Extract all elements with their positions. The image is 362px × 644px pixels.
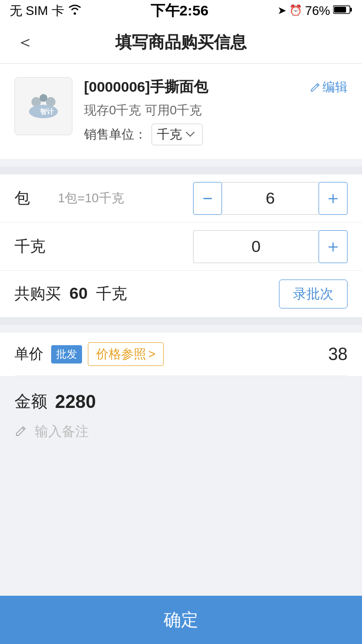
note-placeholder: 输入备注 <box>35 422 89 441</box>
price-label: 单价 <box>14 344 43 364</box>
svg-rect-2 <box>350 8 352 12</box>
kg-plus-button[interactable]: ＋ <box>319 230 348 263</box>
page-title: 填写商品购买信息 <box>115 31 247 54</box>
input-section: 包 1包=10千克 − ＋ 千克 ＋ <box>0 174 362 271</box>
battery-icon <box>333 4 352 17</box>
product-unit-row: 销售单位： 千克 <box>84 124 348 145</box>
amount-row: 金额 2280 <box>14 391 348 413</box>
total-row: 共购买 60 千克 录批次 <box>0 271 362 317</box>
product-card: 智计 [0000006]手撕面包 编辑 现存0千克 可用0千克 销售单位： 千克 <box>0 64 362 159</box>
status-bar: 无 SIM 卡 下午2:56 ➤ ⏰ 76% <box>0 0 362 21</box>
price-tag: 批发 <box>51 345 82 364</box>
spacer <box>0 450 362 596</box>
svg-point-6 <box>40 94 47 102</box>
total-qty: 60 <box>70 284 88 302</box>
battery-text: 76% <box>305 3 330 18</box>
bao-plus-button[interactable]: ＋ <box>319 182 348 215</box>
kg-label: 千克 <box>14 236 53 257</box>
alarm-icon: ⏰ <box>289 4 302 17</box>
bao-input-row: 包 1包=10千克 − ＋ <box>0 174 362 223</box>
wifi-icon <box>68 3 82 18</box>
carrier-text: 无 SIM 卡 <box>10 2 64 19</box>
product-name: [0000006]手撕面包 <box>84 77 208 97</box>
kg-quantity-input[interactable] <box>193 230 319 263</box>
bao-controls: − ＋ <box>193 182 348 215</box>
bao-quantity-input[interactable] <box>222 182 319 215</box>
total-text: 共购买 60 千克 <box>14 283 127 305</box>
section-divider-2 <box>0 317 362 325</box>
note-row[interactable]: 输入备注 <box>14 422 348 441</box>
nav-bar: ＜ 填写商品购买信息 <box>0 21 362 64</box>
edit-button[interactable]: 编辑 <box>310 79 348 96</box>
svg-text:智计: 智计 <box>40 108 54 115</box>
price-ref-button[interactable]: 价格参照 > <box>88 342 164 366</box>
back-button[interactable]: ＜ <box>12 26 39 59</box>
amount-section: 金额 2280 输入备注 <box>0 376 362 450</box>
product-name-row: [0000006]手撕面包 编辑 <box>84 77 348 97</box>
unit-select[interactable]: 千克 <box>152 124 203 145</box>
status-time: 下午2:56 <box>151 1 209 21</box>
status-right: ➤ ⏰ 76% <box>278 3 352 18</box>
section-divider-1 <box>0 167 362 174</box>
price-value: 38 <box>328 344 348 364</box>
location-icon: ➤ <box>278 4 286 17</box>
amount-label: 金额 <box>14 391 47 413</box>
record-batch-button[interactable]: 录批次 <box>279 280 348 308</box>
bao-hint: 1包=10千克 <box>58 190 124 207</box>
bao-label: 包 <box>14 188 53 209</box>
kg-input-row: 千克 ＋ <box>0 223 362 271</box>
product-stock: 现存0千克 可用0千克 <box>84 102 348 119</box>
confirm-button[interactable]: 确定 <box>0 596 362 644</box>
status-left: 无 SIM 卡 <box>10 2 82 19</box>
amount-value: 2280 <box>55 392 96 412</box>
product-thumbnail: 智计 <box>14 77 72 135</box>
svg-point-0 <box>73 12 76 14</box>
pencil-icon <box>14 423 28 440</box>
price-row: 单价 批发 价格参照 > 38 <box>14 333 348 376</box>
svg-rect-3 <box>334 7 346 13</box>
unit-label: 销售单位： <box>84 126 147 143</box>
price-section: 单价 批发 价格参照 > 38 <box>0 333 362 376</box>
product-info: [0000006]手撕面包 编辑 现存0千克 可用0千克 销售单位： 千克 <box>84 77 348 145</box>
bao-minus-button[interactable]: − <box>193 182 222 215</box>
kg-controls: ＋ <box>193 230 348 263</box>
